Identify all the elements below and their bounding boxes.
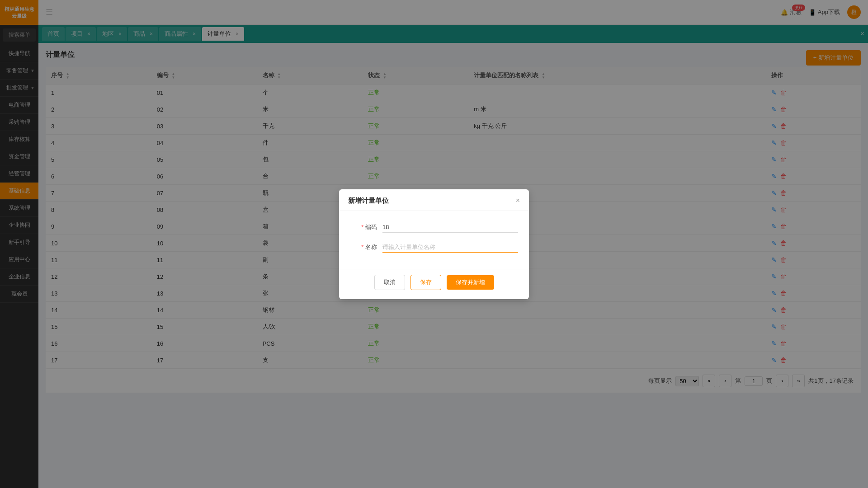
name-label: * 名称 [350,243,377,251]
name-label-text: 名称 [365,244,377,250]
modal-close-button[interactable]: × [516,197,520,205]
code-label-text: 编码 [365,224,377,230]
save-and-new-button[interactable]: 保存并新增 [447,275,494,290]
modal-title: 新增计量单位 [348,197,389,205]
code-input[interactable] [382,222,518,233]
name-input[interactable] [382,242,518,253]
required-asterisk-code: * [361,224,363,230]
add-unit-modal: 新增计量单位 × * 编码 * 名称 取消 保存 保存并新增 [339,189,529,299]
modal-header: 新增计量单位 × [339,189,529,211]
form-row-name: * 名称 [350,242,518,253]
cancel-button[interactable]: 取消 [374,275,405,290]
save-button[interactable]: 保存 [410,275,441,290]
form-row-code: * 编码 [350,222,518,233]
modal-body: * 编码 * 名称 [339,211,529,269]
modal-overlay: 新增计量单位 × * 编码 * 名称 取消 保存 保存并新增 [0,0,868,488]
modal-footer: 取消 保存 保存并新增 [339,269,529,299]
required-asterisk-name: * [361,244,363,250]
code-label: * 编码 [350,223,377,231]
